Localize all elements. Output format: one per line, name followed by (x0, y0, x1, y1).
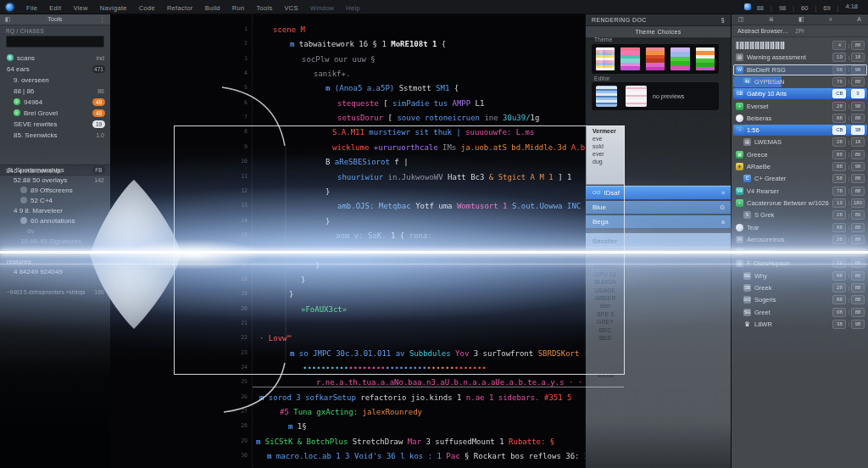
sidebar-row[interactable]: ~9463 5-defragmenters +strings166 (0, 287, 110, 297)
dropdown-item[interactable]: sold (587, 142, 624, 149)
editor-label: Editor (594, 75, 610, 81)
list-item[interactable]: BEC (586, 325, 625, 332)
menu-item-view[interactable]: View (67, 4, 93, 12)
sidebar-row[interactable]: 60 annotations (0, 215, 110, 226)
browser-row[interactable]: ◔1:56CB|38 (733, 125, 867, 136)
option-row[interactable]: Bassiter (586, 233, 732, 248)
browser-row[interactable]: V4V4 Rearser78|88 (733, 186, 867, 197)
option-row[interactable]: BlueG (586, 201, 732, 214)
sidebar-row-label: weeks (20, 248, 110, 255)
browser-row[interactable]: GOSogeris88|88 (733, 294, 867, 305)
browser-row[interactable]: Beiseras88|88 (733, 113, 867, 124)
sidebar-row[interactable]: 4 9 8. Marveleer (0, 205, 110, 215)
option-row[interactable]: OOIDsaf≡ (586, 186, 732, 199)
sidebar-row[interactable]: 10 49-49 Signatures (0, 236, 110, 246)
browser-row[interactable]: +Everset28|98 (733, 101, 867, 112)
sidebar-row[interactable]: 4 84249 924049(2) (0, 266, 110, 276)
menu-item-navigate[interactable]: Navigate (94, 4, 133, 12)
list-item[interactable]: BLEIGN (586, 277, 625, 285)
sidebar-row[interactable]: dv (0, 226, 110, 236)
dropdown-item[interactable]: ever (587, 149, 624, 157)
browser-row[interactable]: 4|88 (733, 40, 867, 51)
menu-item-help[interactable]: Help (340, 4, 366, 12)
sidebar-row[interactable]: 64 ears471 (0, 64, 110, 74)
theme-swatch-classic[interactable] (695, 47, 715, 71)
sidebar-row[interactable]: 89 Offscreens (0, 185, 110, 195)
preview-thumb[interactable] (626, 86, 647, 107)
gear-icon[interactable]: § (721, 17, 725, 23)
browser-row[interactable]: ◈ARaeBe88|98 (733, 161, 867, 172)
theme-swatch-mosaic[interactable] (595, 47, 615, 71)
menu-item-tools[interactable]: Tools (251, 4, 279, 12)
panel-icon[interactable]: ◧ (5, 16, 11, 23)
sidebar-row[interactable]: 9. overseen (0, 75, 110, 85)
menu-item-edit[interactable]: Edit (43, 4, 67, 12)
browser-row[interactable]: SGGreet08|88 (733, 307, 867, 318)
dots-icon[interactable]: ⋮ (99, 16, 105, 23)
menu-item-refactor[interactable]: Refactor (161, 4, 199, 12)
line-number: 14 (229, 217, 248, 224)
list-item[interactable]: USAGE (586, 285, 625, 292)
sidebar-row[interactable]: 88 | 8686 (0, 86, 110, 96)
theme-swatch-meadow[interactable] (670, 47, 690, 71)
browser-row[interactable]: 99Aerosuremos28|88 (733, 234, 867, 245)
browser-row[interactable]: ▤LWEMAS28|18 (733, 136, 867, 148)
sidebar-row[interactable]: ✓Brel Grovel49 (0, 108, 110, 118)
browser-row[interactable]: GBGabby 10 ArisCB|3 (733, 88, 867, 99)
sidebar-row[interactable]: weeks (0, 246, 110, 256)
toolbar-icon-0[interactable]: ◫ (738, 16, 744, 23)
menu-item-build[interactable]: Build (199, 4, 226, 12)
app-logo-icon[interactable] (6, 3, 14, 11)
browser-row[interactable]: CC+ Greater58|88 (733, 173, 867, 184)
sidebar-row[interactable]: Sscansind (0, 53, 110, 63)
dropdown-item[interactable]: dug (587, 157, 624, 164)
sidebar-row[interactable]: 85. Seenwicks1.0 (0, 130, 110, 140)
browser-row[interactable]: ▤F. OsesHopson19|89 (733, 258, 867, 269)
menu-item-vcs[interactable]: VCS (279, 4, 304, 12)
dropdown-item[interactable]: Vermeer (587, 126, 624, 134)
list-item[interactable]: eter (586, 301, 625, 309)
browser-row[interactable]: ▪Cacaterorue Betwser w/102619|180 (733, 198, 867, 209)
browser-row[interactable]: Tear88|88 (733, 222, 867, 233)
list-item[interactable]: GREER (586, 293, 625, 301)
browser-row[interactable]: 4bGYPBSaN76|88 (733, 76, 867, 87)
sidebar-row[interactable]: 52 C+4 (0, 195, 110, 205)
list-item[interactable]: GPU 13 (586, 269, 625, 276)
menu-item-window[interactable]: Window (304, 4, 340, 12)
browser-row[interactable]: ▤Warning assessment19|18 (733, 52, 867, 63)
line-number: 28 (229, 422, 248, 429)
preview-thumb[interactable] (596, 86, 617, 107)
toolbar-icon-3[interactable]: ⌗ (829, 16, 832, 23)
white-icon (736, 224, 743, 231)
theme-swatch-reef[interactable] (620, 47, 640, 71)
sidebar-row[interactable]: 52.88 50 overlays142 (0, 175, 110, 185)
browser-row[interactable]: SS Grek28|86 (733, 209, 867, 220)
sidebar-row[interactable]: JL SportsmanshipsFB (0, 164, 110, 175)
sidebar-row[interactable]: restores44 (0, 256, 110, 266)
list-item[interactable]: SPE 3 (586, 309, 625, 316)
list-item[interactable]: estrecho (586, 261, 625, 269)
menu-item-run[interactable]: Run (226, 4, 251, 12)
menu-item-file[interactable]: File (20, 4, 43, 12)
sidebar-row[interactable]: SEVE rewrites19 (0, 119, 110, 129)
code-editor[interactable]: 1234567891011121314151617181920212223242… (110, 14, 585, 468)
list-item[interactable]: GREY (586, 317, 625, 325)
list-item[interactable]: BES (586, 333, 625, 341)
dropdown-item[interactable]: eve (587, 134, 624, 142)
browser-row[interactable]: SBGreek28|88 (733, 282, 867, 293)
browser-row[interactable]: ♛L8WR38|98 (733, 319, 867, 330)
option-row[interactable]: Begaa (586, 215, 732, 228)
browser-row[interactable]: WBieDieR RSG56|98 (733, 64, 867, 75)
browser-row[interactable]: ▦Greece88|86 (733, 149, 867, 160)
toolbar-icon-2[interactable]: ◧ (798, 16, 804, 23)
sidebar-row[interactable]: ✓9496449 (0, 97, 110, 107)
toolbar-icon-4[interactable]: A (857, 16, 861, 22)
browser-row[interactable]: ▫esseses (733, 246, 867, 257)
status-orb-icon[interactable] (744, 3, 751, 10)
code-token: aom v: SaK. (336, 231, 391, 240)
browser-row[interactable]: BEWhy88|86 (733, 270, 867, 281)
toolbar-icon-1[interactable]: ≣ (769, 16, 774, 23)
menu-item-code[interactable]: Code (133, 4, 161, 12)
theme-swatch-ember[interactable] (645, 47, 665, 71)
search-input[interactable] (6, 36, 104, 47)
